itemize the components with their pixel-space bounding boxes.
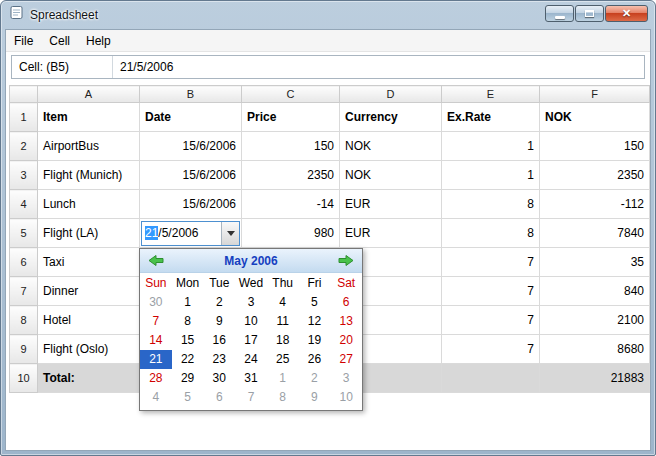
cell-A6[interactable]: Taxi <box>38 248 140 277</box>
cell-C3[interactable]: 2350 <box>242 161 340 190</box>
calendar-day-30-week5[interactable]: 30 <box>203 369 235 388</box>
cell-E4[interactable]: 8 <box>442 190 540 219</box>
calendar-day-9-week2[interactable]: 9 <box>203 312 235 331</box>
cell-F10[interactable]: 21883 <box>540 364 650 393</box>
cell-C1[interactable]: Price <box>242 103 340 132</box>
cell-C4[interactable]: -14 <box>242 190 340 219</box>
cell-E6[interactable]: 7 <box>442 248 540 277</box>
row-header-2[interactable]: 2 <box>10 132 38 161</box>
column-header-A[interactable]: A <box>38 86 140 103</box>
calendar-day-30-week1[interactable]: 30 <box>140 293 172 312</box>
combobox-dropdown-button[interactable] <box>221 222 239 245</box>
calendar-day-7-week6[interactable]: 7 <box>235 388 267 407</box>
column-header-F[interactable]: F <box>540 86 650 103</box>
cell-E10[interactable] <box>442 364 540 393</box>
cell-D3[interactable]: NOK <box>340 161 442 190</box>
cell-C5[interactable]: 980 <box>242 219 340 248</box>
calendar-day-25-week4[interactable]: 25 <box>267 350 299 369</box>
calendar-day-10-week6[interactable]: 10 <box>330 388 362 407</box>
row-header-3[interactable]: 3 <box>10 161 38 190</box>
row-header-1[interactable]: 1 <box>10 103 38 132</box>
cell-F3[interactable]: 2350 <box>540 161 650 190</box>
calendar-day-4-week6[interactable]: 4 <box>140 388 172 407</box>
calendar-day-6-week1[interactable]: 6 <box>330 293 362 312</box>
minimize-button[interactable] <box>545 5 574 22</box>
calendar-day-8-week6[interactable]: 8 <box>267 388 299 407</box>
row-header-10[interactable]: 10 <box>10 364 38 393</box>
calendar-day-24-week4[interactable]: 24 <box>235 350 267 369</box>
cell-B4[interactable]: 15/6/2006 <box>140 190 242 219</box>
calendar-day-29-week5[interactable]: 29 <box>172 369 204 388</box>
cell-F8[interactable]: 2100 <box>540 306 650 335</box>
row-header-9[interactable]: 9 <box>10 335 38 364</box>
calendar-day-17-week3[interactable]: 17 <box>235 331 267 350</box>
cell-E1[interactable]: Ex.Rate <box>442 103 540 132</box>
calendar-day-20-week3[interactable]: 20 <box>330 331 362 350</box>
cell-A3[interactable]: Flight (Munich) <box>38 161 140 190</box>
cell-A10[interactable]: Total: <box>38 364 140 393</box>
calendar-day-18-week3[interactable]: 18 <box>267 331 299 350</box>
calendar-day-13-week2[interactable]: 13 <box>330 312 362 331</box>
cell-D1[interactable]: Currency <box>340 103 442 132</box>
calendar-day-27-week4[interactable]: 27 <box>330 350 362 369</box>
calendar-day-12-week2[interactable]: 12 <box>299 312 331 331</box>
maximize-button[interactable] <box>575 5 604 22</box>
menu-file[interactable]: File <box>6 32 41 50</box>
cell-F1[interactable]: NOK <box>540 103 650 132</box>
calendar-day-1-week5[interactable]: 1 <box>267 369 299 388</box>
cell-value-input[interactable]: 21/5/2006 <box>113 56 644 78</box>
cell-B1[interactable]: Date <box>140 103 242 132</box>
calendar-day-28-week5[interactable]: 28 <box>140 369 172 388</box>
calendar-day-5-week1[interactable]: 5 <box>299 293 331 312</box>
previous-month-button[interactable] <box>146 252 166 270</box>
titlebar[interactable]: Spreadsheet ✕ <box>1 1 655 28</box>
row-header-8[interactable]: 8 <box>10 306 38 335</box>
cell-F5[interactable]: 7840 <box>540 219 650 248</box>
calendar-day-22-week4[interactable]: 22 <box>172 350 204 369</box>
column-header-C[interactable]: C <box>242 86 340 103</box>
menu-help[interactable]: Help <box>78 32 119 50</box>
calendar-day-11-week2[interactable]: 11 <box>267 312 299 331</box>
calendar-day-10-week2[interactable]: 10 <box>235 312 267 331</box>
cell-E9[interactable]: 7 <box>442 335 540 364</box>
calendar-day-31-week5[interactable]: 31 <box>235 369 267 388</box>
calendar-day-3-week1[interactable]: 3 <box>235 293 267 312</box>
cell-A7[interactable]: Dinner <box>38 277 140 306</box>
row-header-5[interactable]: 5 <box>10 219 38 248</box>
calendar-day-21-week4[interactable]: 21 <box>140 350 172 369</box>
select-all-corner[interactable] <box>10 86 38 103</box>
menu-cell[interactable]: Cell <box>41 32 78 50</box>
calendar-day-1-week1[interactable]: 1 <box>172 293 204 312</box>
cell-A8[interactable]: Hotel <box>38 306 140 335</box>
calendar-month-label[interactable]: May 2006 <box>224 254 277 268</box>
calendar-day-8-week2[interactable]: 8 <box>172 312 204 331</box>
cell-C2[interactable]: 150 <box>242 132 340 161</box>
cell-A5[interactable]: Flight (LA) <box>38 219 140 248</box>
calendar-day-26-week4[interactable]: 26 <box>299 350 331 369</box>
row-header-6[interactable]: 6 <box>10 248 38 277</box>
calendar-day-3-week5[interactable]: 3 <box>330 369 362 388</box>
calendar-day-15-week3[interactable]: 15 <box>172 331 204 350</box>
cell-F6[interactable]: 35 <box>540 248 650 277</box>
calendar-day-2-week5[interactable]: 2 <box>299 369 331 388</box>
column-header-E[interactable]: E <box>442 86 540 103</box>
row-header-4[interactable]: 4 <box>10 190 38 219</box>
cell-E3[interactable]: 1 <box>442 161 540 190</box>
row-header-7[interactable]: 7 <box>10 277 38 306</box>
cell-D4[interactable]: EUR <box>340 190 442 219</box>
next-month-button[interactable] <box>336 252 356 270</box>
cell-F9[interactable]: 8680 <box>540 335 650 364</box>
cell-A9[interactable]: Flight (Oslo) <box>38 335 140 364</box>
calendar-day-4-week1[interactable]: 4 <box>267 293 299 312</box>
cell-F7[interactable]: 840 <box>540 277 650 306</box>
cell-A2[interactable]: AirportBus <box>38 132 140 161</box>
cell-E7[interactable]: 7 <box>442 277 540 306</box>
calendar-day-19-week3[interactable]: 19 <box>299 331 331 350</box>
calendar-day-14-week3[interactable]: 14 <box>140 331 172 350</box>
cell-B2[interactable]: 15/6/2006 <box>140 132 242 161</box>
calendar-day-23-week4[interactable]: 23 <box>203 350 235 369</box>
cell-B3[interactable]: 15/6/2006 <box>140 161 242 190</box>
column-header-D[interactable]: D <box>340 86 442 103</box>
cell-E2[interactable]: 1 <box>442 132 540 161</box>
calendar-day-16-week3[interactable]: 16 <box>203 331 235 350</box>
